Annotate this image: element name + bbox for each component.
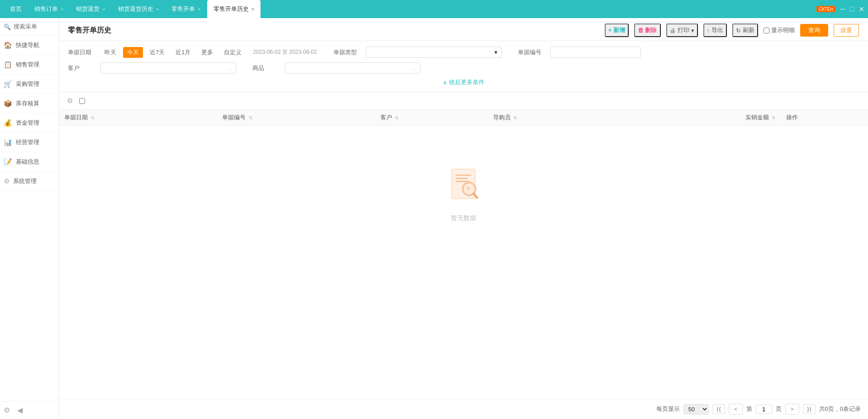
goods-ellipsis: ... (412, 65, 417, 71)
customer-label: 客户 (68, 64, 93, 72)
sales-icon: 📋 (4, 61, 12, 69)
sidebar-item-label-system: 系统管理 (13, 177, 37, 185)
display-detail-checkbox[interactable]: 显示明细 (764, 26, 795, 34)
date-btn-1month[interactable]: 近1月 (171, 47, 194, 58)
table-body: ? 暂无数据 (59, 126, 868, 259)
basic-icon: 📝 (4, 158, 12, 166)
col-date[interactable]: 单据日期 ⇅ (59, 110, 217, 126)
page-word: 第 (746, 405, 752, 413)
tab-retail-history-close[interactable]: × (251, 6, 254, 12)
tab-sales-order-label: 销售订单 (34, 5, 58, 13)
date-btn-7days[interactable]: 近7天 (146, 47, 169, 58)
empty-area: ? 暂无数据 (59, 126, 868, 259)
collapse-bar[interactable]: ∧ 收起更多条件 (68, 78, 859, 86)
sidebar-item-label-purchase: 采购管理 (16, 80, 39, 88)
export-icon: ↑ (707, 27, 710, 34)
tab-retail-history[interactable]: 零售开单历史 × (207, 0, 261, 18)
query-button[interactable]: 查询 (800, 24, 828, 37)
empty-illustration: ? (441, 162, 486, 207)
system-icon: ⚙ (4, 177, 9, 185)
refresh-button[interactable]: ↻ 刷新 (732, 24, 758, 37)
select-all-checkbox[interactable] (79, 98, 85, 104)
purchase-icon: 🛒 (4, 80, 12, 88)
collapse-label: 收起更多条件 (449, 78, 484, 86)
page-header: 零售开单历史 + 新增 🗑 删除 🖨 打印 ▾ ↑ 导出 ↻ 刷新 (59, 18, 868, 41)
tab-sales-return-close[interactable]: × (102, 6, 105, 12)
col-customer[interactable]: 客户 ⇅ (375, 110, 488, 126)
tab-sales-return[interactable]: 销货退货 × (70, 0, 111, 18)
setting-button[interactable]: 设置 (834, 24, 859, 37)
settings-icon[interactable]: ⚙ (4, 406, 10, 414)
tab-sales-return-history-close[interactable]: × (156, 6, 159, 12)
page-size-select[interactable]: 20 50 100 (683, 404, 709, 414)
often-badge: OfTEn (816, 6, 835, 12)
sidebar-item-finance[interactable]: 💰 资金管理 (0, 113, 58, 133)
col-action: 操作 (781, 110, 868, 126)
sidebar-item-basic[interactable]: 📝 基础信息 (0, 152, 58, 172)
display-detail-input[interactable] (764, 28, 769, 33)
sidebar-item-system[interactable]: ⚙ 系统管理 (0, 172, 58, 191)
delete-button[interactable]: 🗑 删除 (634, 24, 661, 37)
sidebar-item-inventory[interactable]: 📦 库存核算 (0, 94, 58, 113)
bill-type-select[interactable]: ▾ (366, 47, 502, 58)
col-amount[interactable]: 实销金额 ⇅ (623, 110, 781, 126)
window-close[interactable]: ✕ (859, 5, 864, 14)
top-nav-right: OfTEn ─ □ ✕ (816, 5, 864, 14)
data-table: 单据日期 ⇅ 单据编号 ⇅ 客户 ⇅ 导购员 ⇅ (59, 110, 868, 259)
date-btn-yesterday[interactable]: 昨天 (100, 47, 120, 58)
window-maximize[interactable]: □ (849, 5, 854, 13)
tab-retail-open-close[interactable]: × (198, 6, 200, 12)
refresh-icon: ↻ (736, 27, 741, 34)
column-settings-button[interactable]: ⚙ (64, 96, 76, 106)
col-no-sort: ⇅ (249, 115, 252, 120)
col-customer-sort: ⇅ (395, 115, 398, 120)
print-icon: 🖨 (670, 27, 676, 34)
tab-sales-return-history[interactable]: 销货退货历史 × (112, 0, 165, 18)
col-no[interactable]: 单据编号 ⇅ (217, 110, 375, 126)
goods-input[interactable]: ... (285, 62, 421, 74)
next-page-button[interactable]: ＞ (785, 404, 799, 414)
inventory-icon: 📦 (4, 99, 12, 108)
sidebar-item-operation[interactable]: 📊 经营管理 (0, 133, 58, 152)
sidebar-item-label-finance: 资金管理 (16, 119, 39, 127)
sidebar-item-quick-nav[interactable]: 🏠 快捷导航 (0, 36, 58, 55)
sidebar-item-label-basic: 基础信息 (16, 158, 39, 166)
tab-retail-history-label: 零售开单历史 (213, 5, 249, 13)
window-minimize[interactable]: ─ (840, 5, 845, 13)
tab-home-label: 首页 (10, 5, 22, 13)
sidebar-search[interactable]: 🔍 搜索采单 (0, 18, 58, 36)
print-button[interactable]: 🖨 打印 ▾ (666, 24, 698, 37)
sidebar-item-purchase[interactable]: 🛒 采购管理 (0, 75, 58, 94)
collapse-sidebar-icon[interactable]: ◀ (17, 406, 23, 414)
col-guide[interactable]: 导购员 ⇅ (488, 110, 623, 126)
customer-input[interactable]: ... (100, 62, 236, 74)
date-range: 2023-06-02 至 2023-06-02 (253, 48, 317, 56)
svg-rect-2 (455, 174, 471, 176)
first-page-button[interactable]: ⟨⟨ (712, 405, 725, 414)
sidebar-item-label-operation: 经营管理 (16, 138, 39, 146)
col-date-sort: ⇅ (91, 115, 95, 120)
col-customer-label: 客户 (380, 114, 392, 121)
date-btn-custom[interactable]: 自定义 (220, 47, 246, 58)
export-button[interactable]: ↑ 导出 (703, 24, 727, 37)
search-icon: 🔍 (4, 24, 11, 30)
table-toolbar: ⚙ (59, 92, 868, 110)
col-amount-label: 实销金额 (745, 114, 769, 121)
date-btn-more[interactable]: 更多 (197, 47, 217, 58)
prev-page-button[interactable]: ＜ (729, 404, 743, 414)
bill-no-input[interactable] (550, 47, 641, 58)
tab-sales-order[interactable]: 销售订单 × (28, 0, 70, 18)
sidebar: 🔍 搜索采单 🏠 快捷导航 📋 销售管理 🛒 采购管理 📦 库存核算 💰 资金管… (0, 18, 59, 419)
last-page-button[interactable]: ⟩⟩ (803, 405, 816, 414)
tab-sales-order-close[interactable]: × (61, 6, 63, 12)
date-btn-today[interactable]: 今天 (123, 47, 143, 58)
tab-home[interactable]: 首页 (4, 0, 28, 18)
add-button[interactable]: + 新增 (605, 24, 629, 37)
sidebar-item-label-quick-nav: 快捷导航 (16, 41, 39, 49)
tab-retail-open[interactable]: 零售开单 × (165, 0, 207, 18)
svg-text:?: ? (467, 186, 470, 193)
tab-sales-return-history-label: 销货退货历史 (118, 5, 153, 13)
tab-retail-open-label: 零售开单 (171, 5, 195, 13)
page-number-input[interactable] (756, 405, 772, 414)
sidebar-item-sales[interactable]: 📋 销售管理 (0, 55, 58, 75)
